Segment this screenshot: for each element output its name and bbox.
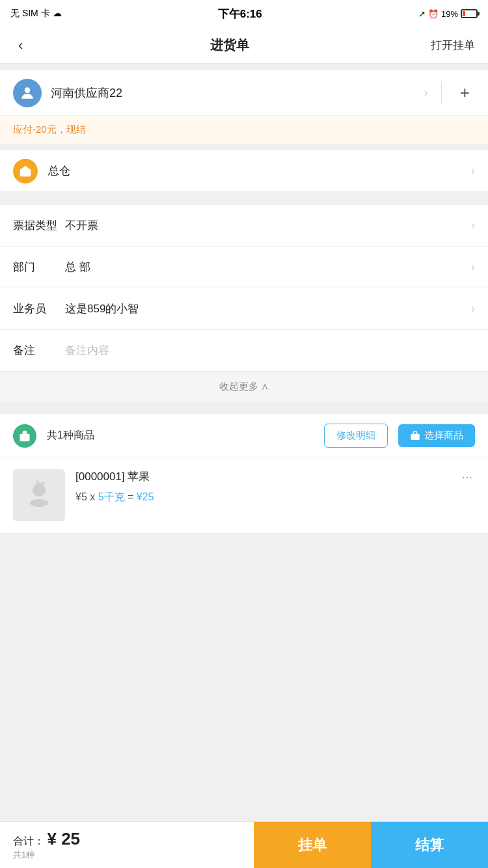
- payment-hint: 应付-20元，现结: [0, 116, 488, 144]
- form-section: 票据类型 不开票 › 部门 总 部 › 业务员 这是859的小智 › 备注 备注…: [0, 205, 488, 372]
- equals: =: [128, 491, 137, 502]
- invoice-type-row[interactable]: 票据类型 不开票 ›: [0, 205, 488, 247]
- page-title: 进货单: [210, 36, 249, 54]
- svg-point-6: [33, 483, 46, 496]
- invoice-type-chevron-icon: ›: [471, 219, 475, 232]
- section-divider-1: [0, 64, 488, 70]
- product-title: 苹果: [128, 470, 150, 483]
- nav-bar: ‹ 进货单 打开挂单: [0, 27, 488, 64]
- svg-line-8: [36, 481, 39, 483]
- warehouse-icon: [13, 159, 38, 183]
- unit-price: ¥5: [75, 491, 87, 502]
- supplier-divider: [441, 81, 442, 105]
- section-divider-4: [0, 401, 488, 408]
- alarm-icon: ⏰: [428, 9, 439, 19]
- back-button[interactable]: ‹: [13, 32, 28, 59]
- salesperson-row[interactable]: 业务员 这是859的小智 ›: [0, 288, 488, 330]
- location-icon: ↗: [418, 9, 426, 19]
- product-code: [0000001]: [75, 470, 125, 483]
- status-left: 无 SIM 卡 ☁: [10, 8, 62, 20]
- battery-fill: [463, 11, 465, 16]
- collapse-label: 收起更多 ∧: [219, 381, 269, 393]
- department-row[interactable]: 部门 总 部 ›: [0, 247, 488, 288]
- svg-rect-2: [20, 433, 30, 441]
- battery-percent: 19%: [441, 9, 458, 19]
- product-total: ¥25: [137, 491, 154, 502]
- price-separator: x: [90, 491, 98, 502]
- product-info: [0000001] 苹果 ¥5 x 5千克 = ¥25: [75, 469, 448, 504]
- section-divider-2: [0, 144, 488, 150]
- cart-plus-icon: [410, 431, 420, 441]
- add-supplier-button[interactable]: +: [455, 80, 475, 105]
- bottom-bar: 合计： ¥ 25 共1种 挂单 结算: [0, 821, 488, 868]
- total-label: 合计：: [13, 835, 44, 847]
- product-more-button[interactable]: ···: [459, 469, 475, 484]
- salesperson-chevron-icon: ›: [471, 302, 475, 316]
- product-count-text: 共1种商品: [47, 429, 314, 442]
- checkout-button[interactable]: 结算: [371, 822, 488, 869]
- section-divider-3: [0, 192, 488, 198]
- total-section: 合计： ¥ 25 共1种: [0, 829, 254, 861]
- hang-button[interactable]: 挂单: [254, 822, 371, 869]
- product-item: [0000001] 苹果 ¥5 x 5千克 = ¥25 ···: [0, 457, 488, 533]
- remark-placeholder: 备注内容: [65, 343, 475, 358]
- department-label: 部门: [13, 260, 65, 275]
- product-default-icon: [23, 480, 55, 511]
- invoice-type-value: 不开票: [65, 218, 463, 233]
- product-thumbnail: [13, 469, 65, 521]
- sim-status: 无 SIM 卡 ☁: [10, 8, 62, 20]
- svg-point-7: [30, 499, 48, 507]
- select-product-label: 选择商品: [424, 429, 463, 442]
- status-bar: 无 SIM 卡 ☁ 下午6:16 ↗ ⏰ 19%: [0, 0, 488, 27]
- warehouse-chevron-icon: ›: [471, 164, 475, 178]
- quantity: 5千克: [98, 491, 125, 502]
- product-header: 共1种商品 修改明细 选择商品: [0, 414, 488, 457]
- warehouse-row[interactable]: 总仓 ›: [0, 150, 488, 192]
- bag-icon: [18, 429, 31, 442]
- svg-point-0: [25, 87, 31, 93]
- home-icon: [18, 164, 33, 178]
- product-price: ¥5 x 5千克 = ¥25: [75, 491, 448, 504]
- department-chevron-icon: ›: [471, 260, 475, 274]
- person-icon: [19, 85, 36, 102]
- product-count-icon: [13, 424, 36, 448]
- remark-label: 备注: [13, 343, 65, 358]
- supplier-name: 河南供应商22: [51, 85, 424, 101]
- svg-rect-1: [23, 171, 27, 176]
- battery-icon: [461, 9, 478, 18]
- supplier-row[interactable]: 河南供应商22 › +: [0, 70, 488, 116]
- supplier-avatar: [13, 79, 42, 107]
- status-right: ↗ ⏰ 19%: [418, 9, 478, 19]
- total-sub: 共1种: [13, 849, 241, 861]
- salesperson-value: 这是859的小智: [65, 301, 463, 316]
- collapse-bar[interactable]: 收起更多 ∧: [0, 372, 488, 401]
- department-value: 总 部: [65, 260, 463, 275]
- remark-row[interactable]: 备注 备注内容: [0, 330, 488, 372]
- invoice-type-label: 票据类型: [13, 218, 65, 233]
- select-product-button[interactable]: 选择商品: [398, 424, 475, 447]
- total-amount: ¥ 25: [47, 829, 80, 848]
- status-time: 下午6:16: [218, 7, 262, 21]
- warehouse-name: 总仓: [48, 163, 463, 178]
- supplier-chevron-icon: ›: [424, 86, 428, 100]
- open-hang-button[interactable]: 打开挂单: [431, 38, 475, 53]
- total-row: 合计： ¥ 25: [13, 829, 241, 849]
- edit-detail-button[interactable]: 修改明细: [324, 424, 388, 448]
- product-name: [0000001] 苹果: [75, 469, 448, 484]
- salesperson-label: 业务员: [13, 301, 65, 316]
